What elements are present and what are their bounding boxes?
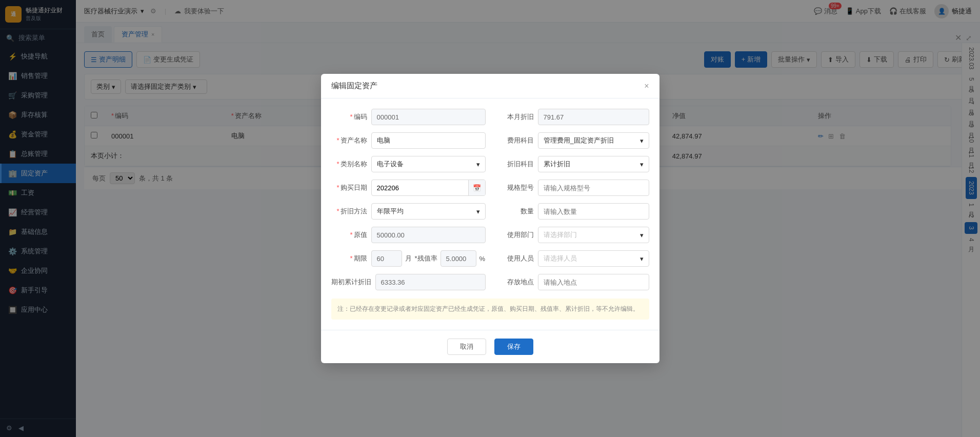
- form-row-asset-name: *资产名称: [331, 132, 486, 149]
- storage-label: 存放地点: [498, 277, 534, 287]
- user-placeholder: 请选择人员: [544, 254, 577, 263]
- purchase-date-input[interactable]: [372, 184, 468, 192]
- period-input[interactable]: [371, 250, 402, 267]
- department-select[interactable]: 请选择部门 ▾: [538, 227, 649, 243]
- save-button[interactable]: 保存: [494, 339, 533, 355]
- form-row-expense-subject: 费用科目 管理费用_固定资产折旧 ▾: [498, 132, 649, 149]
- calendar-icon[interactable]: 📅: [468, 180, 485, 195]
- purchase-date-field[interactable]: 📅: [371, 180, 486, 196]
- asset-name-label: *资产名称: [331, 136, 367, 145]
- edit-asset-dialog: 编辑固定资产 × *编码 *资产名称: [321, 74, 659, 363]
- form-row-code: *编码: [331, 109, 486, 125]
- spec-input[interactable]: [538, 180, 649, 196]
- form-row-category: *类别名称 电子设备 ▾: [331, 156, 486, 172]
- form-row-user: 使用人员 请选择人员 ▾: [498, 250, 649, 267]
- residual-rate-input[interactable]: [441, 250, 476, 267]
- depreciation-method-select[interactable]: 年限平均 ▾: [371, 203, 486, 220]
- dialog-header: 编辑固定资产 ×: [321, 74, 659, 98]
- cancel-button[interactable]: 取消: [447, 339, 486, 355]
- user-select[interactable]: 请选择人员 ▾: [538, 250, 649, 267]
- category-dropdown-icon: ▾: [476, 161, 480, 168]
- original-value-input[interactable]: [371, 227, 486, 243]
- asset-name-input[interactable]: [371, 132, 486, 149]
- original-value-label: *原值: [331, 230, 367, 240]
- depreciation-subject-label: 折旧科目: [498, 160, 534, 169]
- category-select[interactable]: 电子设备 ▾: [371, 156, 486, 172]
- expense-subject-label: 费用科目: [498, 136, 534, 145]
- expense-subject-value: 管理费用_固定资产折旧: [544, 136, 614, 145]
- form-row-depreciation-method: *折旧方法 年限平均 ▾: [331, 203, 486, 220]
- expense-subject-dropdown-icon: ▾: [640, 137, 644, 145]
- period-group: 月 *残值率 %: [371, 250, 486, 267]
- dialog-form: *编码 *资产名称 *类别名称: [331, 109, 649, 290]
- quantity-input[interactable]: [538, 203, 649, 220]
- depreciation-dropdown-icon: ▾: [476, 208, 480, 215]
- form-row-purchase-date: *购买日期 📅: [331, 180, 486, 196]
- form-row-quantity: 数量: [498, 203, 649, 220]
- depreciation-subject-value: 累计折旧: [544, 160, 570, 169]
- dialog-footer: 取消 保存: [321, 330, 659, 363]
- dialog-close-button[interactable]: ×: [644, 82, 649, 91]
- form-row-department: 使用部门 请选择部门 ▾: [498, 227, 649, 243]
- department-dropdown-icon: ▾: [640, 231, 644, 239]
- form-row-monthly-depreciation: 本月折旧: [498, 109, 649, 125]
- depreciation-subject-select[interactable]: 累计折旧 ▾: [538, 156, 649, 172]
- user-dropdown-icon: ▾: [640, 255, 644, 263]
- dialog-overlay: 编辑固定资产 × *编码 *资产名称: [0, 0, 980, 437]
- initial-depreciation-label: 期初累计折旧: [331, 277, 371, 287]
- note-text: 注：已经存在变更记录或者对应固定资产已经生成凭证，原值、购买日期、残值率、累计折…: [337, 305, 639, 312]
- depreciation-method-label: *折旧方法: [331, 207, 367, 216]
- depreciation-subject-dropdown-icon: ▾: [640, 161, 644, 168]
- residual-rate-unit: %: [479, 255, 486, 263]
- dialog-body: *编码 *资产名称 *类别名称: [321, 98, 659, 330]
- form-row-period: *期限 月 *残值率 %: [331, 250, 486, 267]
- form-row-initial-depreciation: 期初累计折旧: [331, 274, 486, 290]
- depreciation-method-value: 年限平均: [377, 207, 404, 216]
- form-row-original-value: *原值: [331, 227, 486, 243]
- user-label: 使用人员: [498, 254, 534, 263]
- form-left-col: *编码 *资产名称 *类别名称: [331, 109, 486, 290]
- dialog-title: 编辑固定资产: [331, 81, 377, 91]
- monthly-depreciation-input: [538, 109, 649, 125]
- form-row-spec: 规格型号: [498, 180, 649, 196]
- category-select-value: 电子设备: [377, 160, 404, 169]
- dialog-note: 注：已经存在变更记录或者对应固定资产已经生成凭证，原值、购买日期、残值率、累计折…: [331, 299, 649, 320]
- category-label: *类别名称: [331, 160, 367, 169]
- form-row-depreciation-subject: 折旧科目 累计折旧 ▾: [498, 156, 649, 172]
- department-label: 使用部门: [498, 230, 534, 240]
- code-label: *编码: [331, 112, 367, 122]
- department-placeholder: 请选择部门: [544, 230, 577, 240]
- period-unit: 月: [405, 254, 412, 263]
- purchase-date-label: *购买日期: [331, 183, 367, 192]
- initial-depreciation-input[interactable]: [375, 274, 486, 290]
- expense-subject-select[interactable]: 管理费用_固定资产折旧 ▾: [538, 132, 649, 149]
- form-row-storage: 存放地点: [498, 274, 649, 290]
- period-label: *期限: [331, 254, 367, 263]
- storage-input[interactable]: [538, 274, 649, 290]
- quantity-label: 数量: [498, 207, 534, 216]
- code-input[interactable]: [371, 109, 486, 125]
- spec-label: 规格型号: [498, 183, 534, 192]
- form-right-col: 本月折旧 费用科目 管理费用_固定资产折旧 ▾: [498, 109, 649, 290]
- residual-rate-label: *残值率: [415, 254, 437, 263]
- monthly-depreciation-label: 本月折旧: [498, 112, 534, 122]
